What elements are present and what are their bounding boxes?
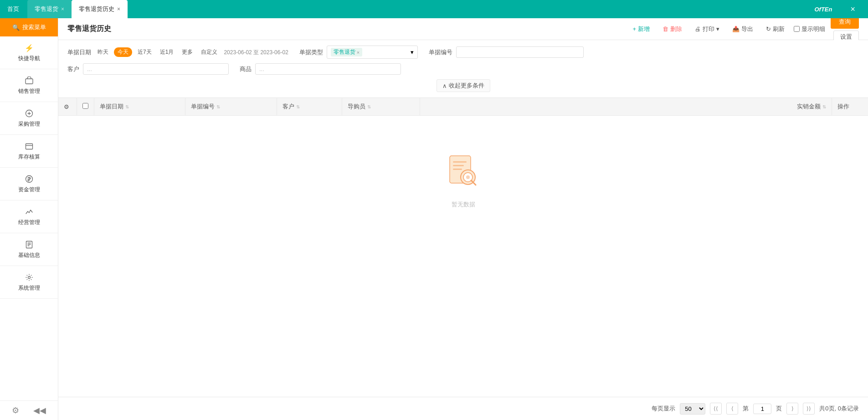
export-icon: 📤 (732, 26, 740, 32)
page-actions: + 新增 🗑 删除 🖨 打印 ▾ 📤 导出 ↻ 刷 (629, 18, 859, 43)
sidebar-search[interactable]: 🔍 搜索菜单 (0, 18, 58, 36)
tab-retail-return[interactable]: 零售退货 × (27, 0, 72, 18)
display-toggle[interactable]: 显示明细 (794, 25, 825, 33)
sidebar-item-inventory[interactable]: 库存核算 (0, 135, 58, 168)
select-all-checkbox[interactable] (82, 103, 88, 109)
svg-rect-9 (453, 169, 462, 170)
th-doc-date: 单据日期 ⇅ (94, 98, 185, 116)
page-prev-button[interactable]: ⟨ (726, 403, 738, 415)
date-range-text: 2023-06-02 至 2023-06-02 (224, 49, 288, 56)
refresh-button[interactable]: ↻ 刷新 (762, 23, 788, 35)
doc-type-tag-close[interactable]: × (357, 50, 360, 55)
query-button[interactable]: 查询 (831, 18, 859, 29)
tab-retail-return-history-label: 零售退货历史 (79, 5, 114, 13)
print-button[interactable]: 🖨 打印 ▾ (691, 23, 723, 35)
sort-doc-no-icon[interactable]: ⇅ (216, 104, 220, 109)
page-next-button[interactable]: ⟩ (786, 403, 798, 415)
empty-state: 暂无数据 (58, 116, 868, 245)
refresh-label: 刷新 (773, 25, 785, 33)
date-btn-more[interactable]: 更多 (179, 47, 195, 57)
sidebar-item-quick-nav[interactable]: ⚡ 快捷导航 (0, 36, 58, 69)
svg-rect-7 (453, 161, 467, 163)
sidebar-item-sales-mgmt[interactable]: 销售管理 (0, 69, 58, 102)
page-label: 第 (743, 405, 749, 413)
collapse-area: ∧ 收起更多条件 (67, 79, 859, 92)
display-toggle-checkbox[interactable] (794, 26, 800, 32)
th-amount: 实销金额 ⇅ (420, 98, 832, 116)
content-area: 零售退货历史 + 新增 🗑 删除 🖨 打印 ▾ 📤 导出 (58, 18, 868, 420)
pagination: 每页显示 50 20 100 ⟨⟨ ⟨ 第 1 页 ⟩ ⟩⟩ 共0页, 0条记录 (58, 397, 868, 420)
sidebar-item-business[interactable]: 经营管理 (0, 200, 58, 233)
date-btn-custom[interactable]: 自定义 (198, 47, 220, 57)
sort-amount-icon[interactable]: ⇅ (822, 104, 826, 109)
date-btn-7days[interactable]: 近7天 (135, 47, 154, 57)
customer-placeholder: ... (87, 66, 92, 72)
page-unit: 页 (776, 405, 782, 413)
new-label: 新增 (638, 25, 650, 33)
sort-customer-icon[interactable]: ⇅ (296, 104, 300, 109)
th-doc-no: 单据编号 ⇅ (185, 98, 277, 116)
page-title: 零售退货历史 (67, 24, 111, 34)
sidebar-item-basic-info[interactable]: 基础信息 (0, 233, 58, 266)
page-input[interactable]: 1 (753, 404, 771, 414)
doc-no-input[interactable] (456, 46, 584, 58)
new-button[interactable]: + 新增 (629, 23, 653, 35)
collapse-button[interactable]: ∧ 收起更多条件 (437, 79, 490, 92)
doc-type-label: 单据类型 (299, 48, 323, 56)
sidebar-item-finance[interactable]: 资金管理 (0, 168, 58, 200)
svg-rect-2 (26, 144, 32, 149)
empty-state-text: 暂无数据 (452, 200, 475, 209)
doc-type-select[interactable]: 零售退货 × ▾ (327, 46, 418, 59)
table-header-row: ⚙ 单据日期 ⇅ 单据编号 (58, 98, 868, 116)
sidebar: 🔍 搜索菜单 ⚡ 快捷导航 销售管理 采购管理 库存核算 (0, 18, 58, 420)
doc-type-tag: 零售退货 × (331, 48, 362, 56)
tab-retail-return-close[interactable]: × (61, 6, 64, 12)
export-button[interactable]: 📤 导出 (729, 23, 757, 35)
page-last-button[interactable]: ⟩⟩ (803, 403, 815, 415)
sidebar-item-system-mgmt[interactable]: 系统管理 (0, 266, 58, 299)
page-size-label: 每页显示 (652, 405, 675, 413)
sidebar-item-purchase-mgmt[interactable]: 采购管理 (0, 102, 58, 135)
tab-home[interactable]: 首页 (0, 0, 26, 18)
total-info: 共0页, 0条记录 (819, 405, 859, 413)
empty-state-cell: 暂无数据 (58, 116, 868, 246)
sort-doc-date-icon[interactable]: ⇅ (125, 104, 129, 109)
settings-bottom-icon[interactable]: ⚙ (12, 405, 19, 415)
window-close-button[interactable]: × (845, 5, 861, 14)
filter-area: 单据日期 昨天 今天 近7天 近1月 更多 自定义 2023-06-02 至 2… (58, 40, 868, 98)
top-bar: 首页 零售退货 × 零售退货历史 × OfTEn × (0, 0, 868, 18)
date-filter-group: 单据日期 昨天 今天 近7天 近1月 更多 自定义 2023-06-02 至 2… (67, 47, 288, 57)
delete-button[interactable]: 🗑 删除 (659, 23, 686, 35)
print-dropdown-icon: ▾ (716, 26, 719, 32)
sort-guide-icon[interactable]: ⇅ (367, 104, 371, 109)
date-btn-1month[interactable]: 近1月 (157, 47, 177, 57)
audio-bottom-icon[interactable]: ◀◀ (33, 405, 46, 415)
inventory-icon (24, 141, 34, 151)
tab-retail-return-history[interactable]: 零售退货历史 × (72, 0, 128, 18)
export-label: 导出 (741, 25, 753, 33)
table-body: 暂无数据 (58, 116, 868, 246)
doc-type-filter-group: 单据类型 零售退货 × ▾ (299, 46, 418, 59)
delete-icon: 🗑 (663, 26, 668, 32)
data-table: ⚙ 单据日期 ⇅ 单据编号 (58, 98, 868, 245)
page-header: 零售退货历史 + 新增 🗑 删除 🖨 打印 ▾ 📤 导出 (58, 18, 868, 40)
app-logo: OfTEn (807, 6, 839, 13)
tab-retail-return-history-close[interactable]: × (117, 6, 120, 12)
customer-label: 客户 (67, 65, 79, 73)
main-layout: 🔍 搜索菜单 ⚡ 快捷导航 销售管理 采购管理 库存核算 (0, 18, 868, 420)
customer-select[interactable]: ... (83, 63, 229, 75)
page-size-select[interactable]: 50 20 100 (680, 403, 705, 415)
sidebar-bottom: ⚙ ◀◀ (0, 400, 58, 420)
finance-icon (24, 174, 34, 184)
empty-state-row: 暂无数据 (58, 116, 868, 246)
sidebar-item-purchase-label: 采购管理 (18, 120, 40, 128)
date-btn-yesterday[interactable]: 昨天 (95, 47, 111, 57)
date-btn-today[interactable]: 今天 (114, 47, 132, 57)
goods-select[interactable]: ... (255, 63, 401, 75)
svg-rect-8 (453, 165, 464, 166)
page-first-button[interactable]: ⟨⟨ (710, 403, 722, 415)
column-settings-icon[interactable]: ⚙ (64, 103, 69, 110)
refresh-icon: ↻ (766, 26, 771, 32)
th-customer: 客户 ⇅ (277, 98, 342, 116)
date-shortcuts: 昨天 今天 近7天 近1月 更多 自定义 (95, 47, 220, 57)
